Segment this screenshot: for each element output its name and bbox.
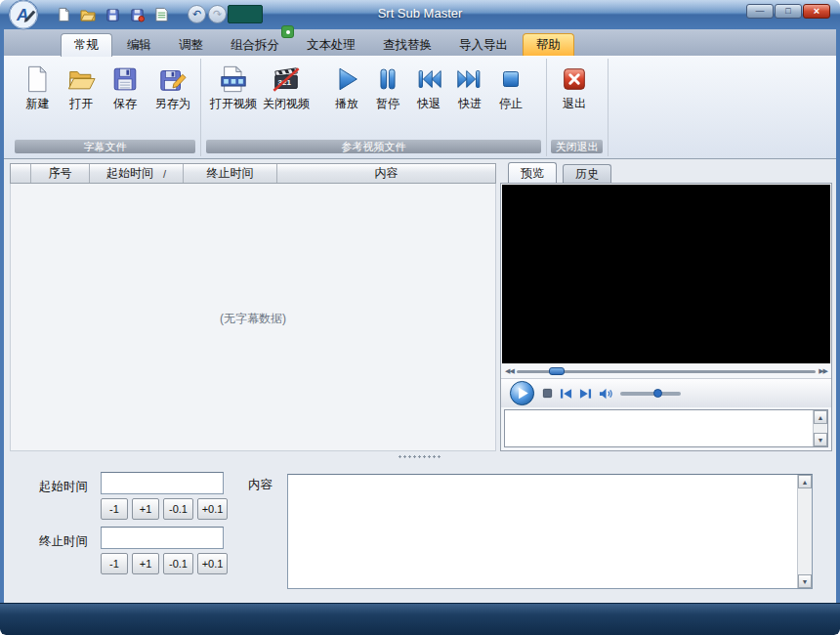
close-video-button[interactable]: 321 关闭视频	[260, 62, 313, 112]
empty-table-message: (无字幕数据)	[220, 311, 286, 450]
redo-button[interactable]: ↷	[208, 5, 227, 23]
end-time-label: 终止时间	[39, 533, 88, 550]
previous-track-icon	[560, 388, 572, 400]
column-header-index[interactable]: 序号	[31, 164, 90, 183]
start-time-input[interactable]	[101, 472, 224, 494]
undo-button[interactable]: ↶	[188, 5, 206, 23]
column-label: 起始时间	[106, 165, 153, 182]
ribbon-group-exit: 退出 关闭退出	[548, 59, 609, 156]
start-minus-01-button[interactable]: -0.1	[163, 498, 193, 520]
content-scrollbar[interactable]: ▲ ▼	[797, 475, 812, 588]
button-label: 另存为	[155, 96, 190, 112]
scroll-up-icon[interactable]: ▲	[814, 410, 827, 424]
preview-scrollbar[interactable]: ▲ ▼	[813, 410, 827, 446]
minimize-button[interactable]: —	[746, 4, 774, 19]
new-button[interactable]: 新建	[16, 62, 60, 112]
column-header-end-time[interactable]: 终止时间	[184, 164, 277, 183]
rewind-icon	[413, 64, 444, 95]
seek-thumb[interactable]	[549, 367, 565, 375]
save-as-button[interactable]: 另存为	[147, 62, 198, 112]
start-plus-01-button[interactable]: +0.1	[197, 498, 228, 520]
mute-button[interactable]	[599, 388, 613, 400]
tab-merge-split[interactable]: 组合拆分	[218, 35, 292, 56]
fast-forward-icon	[454, 64, 485, 95]
speaker-icon	[599, 388, 613, 400]
splitter-grip	[398, 455, 442, 458]
tab-adjust[interactable]: 调整	[166, 35, 216, 56]
end-plus-1-button[interactable]: +1	[132, 553, 159, 574]
qat-open-button[interactable]	[79, 6, 97, 23]
qat-new-button[interactable]	[55, 6, 72, 23]
rewind-button[interactable]: 快退	[408, 62, 449, 112]
column-header-content[interactable]: 内容	[277, 164, 495, 183]
tab-find-replace[interactable]: 查找替换	[370, 35, 444, 56]
seek-bar: ◀◀ ▶▶	[501, 364, 831, 378]
scroll-down-icon[interactable]: ▼	[798, 574, 812, 588]
teal-swatch-artifact	[228, 5, 263, 23]
preview-text-box[interactable]: ▲ ▼	[504, 409, 828, 447]
video-file-icon	[218, 64, 249, 95]
subtitle-table-body[interactable]: (无字幕数据)	[10, 184, 496, 451]
scroll-down-icon[interactable]: ▼	[814, 433, 827, 446]
player-play-button[interactable]	[509, 380, 535, 406]
pause-icon	[372, 64, 403, 95]
column-header-start-time[interactable]: 起始时间 /	[90, 164, 184, 183]
player-previous-button[interactable]	[560, 388, 572, 400]
save-icon	[105, 8, 120, 22]
tab-text-process[interactable]: 文本处理	[294, 35, 368, 56]
player-stop-button[interactable]	[542, 388, 553, 399]
document-grid-icon	[154, 7, 169, 22]
volume-slider[interactable]	[620, 392, 681, 396]
play-icon	[331, 64, 362, 95]
button-label: 退出	[563, 96, 586, 112]
start-minus-1-button[interactable]: -1	[101, 498, 128, 520]
titlebar: A	[0, 0, 840, 29]
end-minus-01-button[interactable]: -0.1	[163, 553, 193, 574]
sort-indicator: /	[163, 168, 166, 180]
ribbon-tab-strip: 常规 编辑 调整 组合拆分 文本处理 查找替换 导入导出 帮助	[4, 29, 836, 56]
ribbon-group-reference-video: 打开视频 321 关闭视频 播放	[203, 59, 547, 156]
tab-history[interactable]: 历史	[563, 164, 611, 183]
maximize-button[interactable]: □	[775, 4, 802, 19]
app-logo-button[interactable]: A	[8, 0, 39, 30]
start-plus-1-button[interactable]: +1	[132, 498, 159, 520]
save-icon	[109, 64, 141, 95]
button-label: 打开	[69, 96, 93, 112]
player-next-button[interactable]	[579, 388, 592, 400]
open-folder-icon	[80, 7, 96, 22]
save-button[interactable]: 保存	[104, 62, 147, 112]
qat-export-button[interactable]	[152, 6, 170, 23]
status-bar	[0, 603, 840, 635]
save-as-icon	[157, 64, 189, 95]
pause-button[interactable]: 暂停	[367, 62, 408, 112]
close-button[interactable]: ×	[803, 4, 830, 19]
row-selector-header[interactable]	[11, 164, 31, 183]
ribbon-group-subtitle-file: 新建 打开 保存 另存	[12, 59, 201, 156]
seek-back-icon[interactable]: ◀◀	[505, 367, 514, 375]
end-minus-1-button[interactable]: -1	[101, 553, 128, 574]
content-textarea[interactable]: ▲ ▼	[287, 474, 813, 589]
tab-general[interactable]: 常规	[61, 33, 112, 57]
open-video-button[interactable]: 打开视频	[207, 62, 260, 112]
end-time-input[interactable]	[101, 527, 224, 549]
tab-preview[interactable]: 预览	[508, 162, 557, 183]
scroll-up-icon[interactable]: ▲	[798, 475, 812, 488]
tab-import-export[interactable]: 导入导出	[446, 35, 521, 56]
exit-button[interactable]: 退出	[552, 62, 597, 112]
content-label: 内容	[248, 477, 273, 493]
tab-help[interactable]: 帮助	[523, 33, 574, 56]
open-folder-icon	[65, 64, 97, 95]
fast-forward-button[interactable]: 快进	[449, 62, 490, 112]
horizontal-splitter[interactable]	[4, 453, 836, 460]
button-label: 播放	[335, 96, 358, 112]
end-plus-01-button[interactable]: +0.1	[197, 553, 228, 574]
qat-save-button[interactable]	[104, 6, 121, 23]
seek-track[interactable]	[517, 370, 816, 373]
tab-edit[interactable]: 编辑	[114, 35, 164, 56]
play-button[interactable]: 播放	[326, 62, 367, 112]
stop-button[interactable]: 停止	[490, 62, 531, 112]
open-button[interactable]: 打开	[60, 62, 104, 112]
volume-thumb[interactable]	[653, 389, 662, 398]
qat-save-as-button[interactable]	[128, 6, 146, 23]
seek-forward-icon[interactable]: ▶▶	[819, 367, 827, 375]
